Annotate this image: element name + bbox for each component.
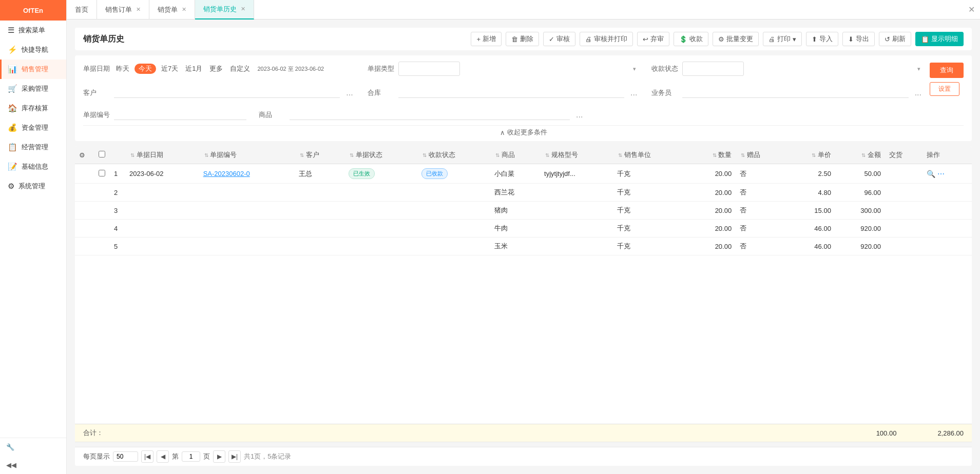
preview-icon[interactable]: 🔍 (927, 170, 935, 178)
shortcut-more[interactable]: 更多 (207, 64, 225, 74)
sidebar-bottom-settings[interactable]: 🔧 (0, 438, 66, 456)
amount-cell: 920.00 (835, 220, 885, 238)
col-gift-header[interactable]: ⇅ 赠品 (736, 146, 785, 164)
filter-row-2: 客户 ... 合库 ... 业务员 (83, 87, 924, 98)
more-icon[interactable]: ⋯ (937, 170, 945, 178)
sidebar-item-purchase-mgmt[interactable]: 🛒 采购管理 (0, 79, 66, 98)
btn-refresh[interactable]: ↺ 刷新 (879, 32, 911, 46)
col-gear-header[interactable]: ⚙ (75, 146, 93, 164)
sidebar-item-label: 采购管理 (22, 84, 48, 93)
col-docno-header[interactable]: ⇅ 单据编号 (199, 146, 295, 164)
page-label: 第 (172, 452, 179, 461)
col-status-header[interactable]: ⇅ 单据状态 (344, 146, 417, 164)
tab-sales-order[interactable]: 销售订单 ✕ (97, 0, 149, 19)
btn-new[interactable]: + 新增 (471, 32, 502, 46)
col-date-header[interactable]: ⇅ 单据日期 (125, 146, 199, 164)
gift-cell: 否 (736, 220, 785, 238)
doc-type-select[interactable] (398, 62, 460, 76)
query-button[interactable]: 查询 (930, 63, 964, 78)
customer-input[interactable] (114, 87, 340, 98)
shortcut-7days[interactable]: 近7天 (159, 64, 180, 74)
brand-name: OfTEn (23, 7, 43, 14)
sidebar-item-inventory[interactable]: 🏠 库存核算 (0, 98, 66, 118)
docno-input[interactable] (114, 109, 246, 120)
col-amount-header[interactable]: ⇅ 金额 (835, 146, 885, 164)
col-txn-header[interactable]: 交货 (885, 146, 923, 164)
basic-info-icon: 📝 (8, 162, 17, 171)
btn-collect[interactable]: 💲 收款 (674, 32, 708, 46)
row-checkbox[interactable] (99, 170, 105, 176)
payment-status-select[interactable] (682, 62, 744, 76)
collapse-btn[interactable]: ∧ 收起更多条件 (83, 125, 964, 139)
sidebar-item-system-mgmt[interactable]: ⚙ 系统管理 (0, 176, 66, 196)
salesperson-input[interactable] (682, 87, 908, 98)
checkbox-cell (93, 184, 110, 202)
btn-abandon[interactable]: ↩ 弃审 (637, 32, 669, 46)
first-page-btn[interactable]: |◀ (141, 450, 153, 463)
goods-ellipsis-btn[interactable]: ... (574, 110, 585, 120)
sidebar-item-search-menu[interactable]: ☰ 搜索菜单 (0, 21, 66, 40)
sidebar-item-label: 快捷导航 (22, 45, 48, 54)
shortcut-1month[interactable]: 近1月 (183, 64, 204, 74)
tab-sales-delivery-close[interactable]: ✕ (182, 6, 186, 13)
inventory-icon: 🏠 (8, 104, 17, 113)
customer-ellipsis-btn[interactable]: ... (344, 88, 355, 97)
sidebar-item-quick-nav[interactable]: ⚡ 快捷导航 (0, 40, 66, 60)
goods-input[interactable] (290, 109, 570, 120)
prev-page-btn[interactable]: ◀ (157, 450, 169, 463)
sidebar-item-finance-mgmt[interactable]: 💰 资金管理 (0, 118, 66, 137)
btn-audit-label: 审核 (556, 34, 570, 44)
next-page-btn[interactable]: ▶ (213, 450, 225, 463)
sort-icon: ⇅ (618, 152, 622, 158)
col-qty-header[interactable]: ⇅ 数量 (686, 146, 736, 164)
page-size-select[interactable]: 50 10 20 100 (113, 451, 138, 462)
sidebar: OfTEn ☰ 搜索菜单 ⚡ 快捷导航 📊 销售管理 🛒 采购管理 🏠 库存核算… (0, 0, 67, 474)
shortcut-today[interactable]: 今天 (134, 64, 156, 74)
salesperson-ellipsis-btn[interactable]: ... (913, 88, 924, 97)
price-cell: 15.00 (785, 202, 835, 220)
payment-status-badge: 已收款 (421, 168, 448, 179)
col-price-header[interactable]: ⇅ 单价 (785, 146, 835, 164)
select-all-checkbox[interactable] (99, 151, 105, 157)
btn-audit[interactable]: ✓ 审核 (543, 32, 575, 46)
scrollbar-area[interactable] (75, 442, 972, 447)
table-row: 4 牛肉 千克 20.00 否 46.00 920.00 (75, 220, 972, 238)
btn-import[interactable]: ⬆ 导入 (806, 32, 838, 46)
col-customer-header[interactable]: ⇅ 客户 (295, 146, 344, 164)
tab-home[interactable]: 首页 (67, 0, 97, 19)
table-row: 1 2023-06-02 SA-20230602-0 王总 已生效 已收款 小白… (75, 164, 972, 184)
btn-export[interactable]: ⬇ 导出 (842, 32, 875, 46)
last-page-btn[interactable]: ▶| (228, 450, 241, 463)
sidebar-item-sales-mgmt[interactable]: 📊 销售管理 (0, 60, 66, 79)
col-payment-header[interactable]: ⇅ 收款状态 (417, 146, 490, 164)
warehouse-input[interactable] (398, 87, 624, 98)
tab-bar-close-all[interactable]: ✕ (968, 5, 980, 14)
sidebar-item-label: 基础信息 (22, 162, 48, 171)
sidebar-item-operations-mgmt[interactable]: 📋 经营管理 (0, 137, 66, 157)
col-unit-header[interactable]: ⇅ 销售单位 (613, 146, 686, 164)
warehouse-ellipsis-btn[interactable]: ... (628, 88, 639, 97)
setting-button[interactable]: 设置 (930, 82, 959, 96)
tab-sales-history-close[interactable]: ✕ (241, 6, 245, 12)
op-cell: 🔍⋯ (923, 164, 972, 184)
sidebar-item-basic-info[interactable]: 📝 基础信息 (0, 157, 66, 176)
btn-audit-print[interactable]: 🖨 审核并打印 (580, 32, 633, 46)
tab-sales-delivery[interactable]: 销货单 ✕ (149, 0, 195, 19)
btn-batch-change[interactable]: ⚙ 批量变更 (713, 32, 759, 46)
btn-delete[interactable]: 🗑 删除 (506, 32, 539, 46)
shortcut-custom[interactable]: 自定义 (228, 64, 252, 74)
op-cell (923, 220, 972, 238)
docno-link[interactable]: SA-20230602-0 (203, 170, 250, 177)
col-checkbox-header[interactable] (93, 146, 110, 164)
col-spec-header[interactable]: ⇅ 规格型号 (540, 146, 613, 164)
btn-collect-label: 收款 (689, 34, 703, 44)
current-page-input[interactable] (182, 451, 200, 462)
col-goods-header[interactable]: ⇅ 商品 (490, 146, 540, 164)
btn-print[interactable]: 🖨 打印 ▾ (763, 32, 802, 46)
btn-show-detail[interactable]: 📋 显示明细 (915, 32, 964, 46)
tab-sales-history[interactable]: 销货单历史 ✕ (195, 0, 254, 19)
tab-sales-order-close[interactable]: ✕ (136, 6, 141, 13)
shortcut-yesterday[interactable]: 昨天 (114, 64, 131, 74)
sidebar-bottom-toggle[interactable]: ◀◀ (0, 456, 66, 474)
amount-cell: 96.00 (835, 184, 885, 202)
